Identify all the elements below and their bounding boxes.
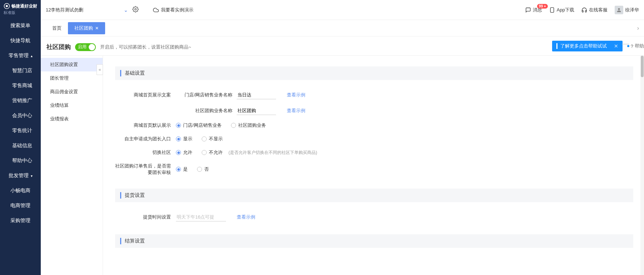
nav-basic-info[interactable]: 基础信息 xyxy=(0,138,41,153)
label-homepage-text: 商城首页展示文案 xyxy=(115,92,176,98)
submenu: 社区团购设置 团长管理 商品佣金设置 业绩结算 业绩报表 « xyxy=(41,56,103,275)
section-pickup: 提货设置 提货时间设置 查看示例 xyxy=(115,189,633,221)
help-link[interactable]: ? 帮助 xyxy=(627,43,644,49)
tab-community-group[interactable]: 社区团购 ✕ xyxy=(68,22,105,34)
radio-icon xyxy=(176,167,181,172)
nav-marketing[interactable]: 营销推广 xyxy=(0,93,41,108)
nav-retail-stats[interactable]: 零售统计 xyxy=(0,123,41,138)
radio-icon xyxy=(176,150,181,155)
nav-smart-store[interactable]: 智慧门店 xyxy=(0,63,41,78)
radio-hide[interactable]: 不显示 xyxy=(202,136,223,142)
sidebar: 畅捷通好业财 标准版 搜索菜单 快捷导航 零售管理▴ 智慧门店 零售商城 营销推… xyxy=(0,0,41,275)
submenu-settlement[interactable]: 业绩结算 xyxy=(41,99,103,112)
demo-link[interactable]: 我要看实例演示 xyxy=(153,7,193,13)
tab-home[interactable]: 首页 xyxy=(46,22,68,34)
cloud-icon xyxy=(153,7,159,13)
label-store-sales-name: 门店/网店销售业务名称 xyxy=(176,92,237,98)
help-banner[interactable]: 了解更多点击帮助试试 ✕ xyxy=(552,41,623,51)
online-service-button[interactable]: 在线客服 xyxy=(581,7,608,13)
link-view-example-1[interactable]: 查看示例 xyxy=(287,92,305,98)
section-title-settle: 结算设置 xyxy=(125,238,145,244)
section-basic: 基础设置 商城首页展示文案 门店/网店销售业务名称 查看示例 社区团购业务名称 xyxy=(115,66,633,176)
headset-icon xyxy=(581,7,587,13)
radio-icon xyxy=(202,150,207,155)
radio-no[interactable]: 否 xyxy=(197,166,209,172)
settings-icon[interactable] xyxy=(132,6,139,14)
label-switch-community: 切换社区 xyxy=(115,149,176,156)
nav-wholesale[interactable]: 批发管理▾ xyxy=(0,168,41,183)
app-download-button[interactable]: App下载 xyxy=(549,7,574,13)
org-name: 12李艳芬测试勿删 xyxy=(46,7,121,13)
radio-yes[interactable]: 是 xyxy=(176,166,188,172)
nav-help-center[interactable]: 帮助中心 xyxy=(0,153,41,168)
brand-name: 畅捷通好业财 xyxy=(11,3,37,9)
nav-search[interactable]: 搜索菜单 xyxy=(0,18,41,33)
radio-store-sales[interactable]: 门店/网店销售业务 xyxy=(176,122,222,129)
brand-edition: 标准版 xyxy=(4,10,15,15)
submenu-settings[interactable]: 社区团购设置 xyxy=(41,58,103,71)
label-pickup-time: 提货时间设置 xyxy=(115,214,176,220)
close-icon[interactable]: ✕ xyxy=(95,26,99,31)
nav-quick[interactable]: 快捷导航 xyxy=(0,33,41,48)
messages-button[interactable]: 消息 99 + xyxy=(525,7,542,13)
page-header: 社区团购 启用 开启后，可以招募团长，设置社区团购商品~ 了解更多点击帮助试试 … xyxy=(41,36,644,55)
logo-area: 畅捷通好业财 标准版 xyxy=(0,0,41,18)
hint-switch: (是否允许客户切换在不同的社区下单购买商品) xyxy=(228,150,317,156)
message-badge: 99 + xyxy=(537,4,548,9)
topbar: 12李艳芬测试勿删 ⌄ 我要看实例演示 消息 99 + App下载 xyxy=(41,0,644,20)
collapse-submenu-icon[interactable]: « xyxy=(97,64,103,75)
submenu-leader[interactable]: 团长管理 xyxy=(41,71,103,85)
scrollbar-track[interactable] xyxy=(640,56,644,275)
phone-icon xyxy=(549,7,555,13)
page-desc: 开启后，可以招募团长，设置社区团购商品~ xyxy=(100,44,191,50)
radio-allow[interactable]: 允许 xyxy=(176,149,192,156)
radio-show[interactable]: 显示 xyxy=(176,136,192,142)
nav-xiaochang[interactable]: 小畅电商 xyxy=(0,183,41,198)
radio-icon xyxy=(202,136,207,141)
radio-icon xyxy=(231,123,236,128)
banner-close-icon[interactable]: ✕ xyxy=(614,43,618,49)
nav-member[interactable]: 会员中心 xyxy=(0,108,41,123)
settings-area: 基础设置 商城首页展示文案 门店/网店销售业务名称 查看示例 社区团购业务名称 xyxy=(103,56,644,275)
brand-logo-icon xyxy=(4,3,10,9)
nav-purchase[interactable]: 采购管理 xyxy=(0,213,41,228)
nav-retail[interactable]: 零售管理▴ xyxy=(0,48,41,63)
link-view-example-3[interactable]: 查看示例 xyxy=(237,214,255,220)
label-default-display: 商城首页默认展示 xyxy=(115,122,176,129)
section-title-basic: 基础设置 xyxy=(125,70,145,76)
caret-down-icon: ▾ xyxy=(31,174,33,178)
section-title-pickup: 提货设置 xyxy=(125,192,145,199)
section-settle: 结算设置 xyxy=(115,234,633,248)
radio-community-sales[interactable]: 社区团购业务 xyxy=(231,122,266,129)
input-community-name[interactable] xyxy=(237,106,276,115)
svg-point-2 xyxy=(135,9,137,10)
label-aftersale-review: 社区团购订单售后，是否需要团长审核 xyxy=(115,163,176,176)
user-menu[interactable]: 徐泽华 xyxy=(615,6,639,14)
input-pickup-time[interactable] xyxy=(176,213,226,221)
chevron-down-icon: ⌄ xyxy=(124,7,128,13)
svg-rect-3 xyxy=(550,8,554,12)
org-dropdown[interactable]: 12李艳芬测试勿删 ⌄ xyxy=(46,7,128,13)
toggle-knob xyxy=(89,44,95,50)
enable-toggle[interactable]: 启用 xyxy=(75,43,96,51)
tabs-expand-icon[interactable]: › xyxy=(637,25,639,31)
radio-icon xyxy=(197,167,202,172)
submenu-commission[interactable]: 商品佣金设置 xyxy=(41,85,103,99)
label-community-name: 社区团购业务名称 xyxy=(176,108,237,114)
radio-icon xyxy=(176,123,181,128)
svg-point-1 xyxy=(6,5,8,7)
page-title: 社区团购 xyxy=(46,43,71,51)
nav-retail-mall[interactable]: 零售商城 xyxy=(0,78,41,93)
link-view-example-2[interactable]: 查看示例 xyxy=(287,108,305,114)
submenu-report[interactable]: 业绩报表 xyxy=(41,112,103,126)
radio-icon xyxy=(176,136,181,141)
svg-point-5 xyxy=(618,8,620,10)
caret-up-icon: ▴ xyxy=(31,54,33,58)
label-self-apply: 自主申请成为团长入口 xyxy=(115,136,176,142)
radio-disallow[interactable]: 不允许 xyxy=(202,149,223,156)
avatar-icon xyxy=(615,6,623,14)
input-store-sales-name[interactable] xyxy=(237,91,276,99)
scrollbar-thumb[interactable] xyxy=(641,56,644,77)
tabs-bar: 首页 社区团购 ✕ › xyxy=(41,20,644,36)
nav-ecommerce[interactable]: 电商管理 xyxy=(0,198,41,213)
